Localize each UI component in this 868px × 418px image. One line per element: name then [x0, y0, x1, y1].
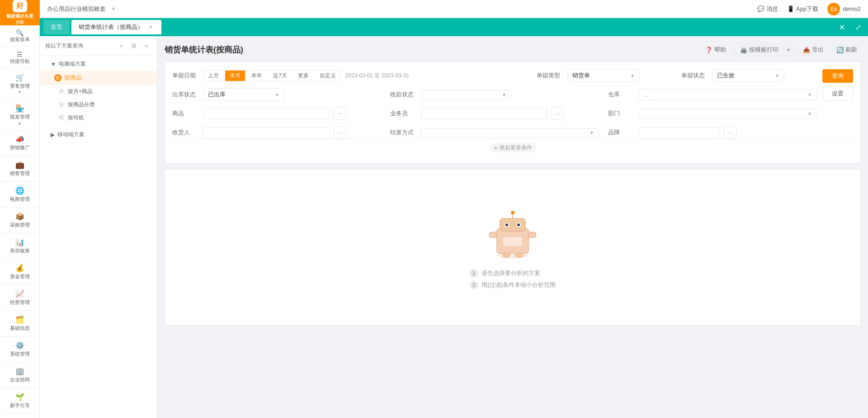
brand-input[interactable] [639, 127, 720, 138]
plan-group-desktop-title[interactable]: ▼ 电脑端方案 [40, 57, 157, 71]
panel-collapse-btn[interactable]: « [142, 41, 151, 51]
brand-dots-btn[interactable]: ··· [724, 126, 736, 139]
doc-type-value: 销货单 [572, 71, 627, 80]
salesperson-input[interactable] [421, 108, 547, 119]
mobile-group-label: 移动端方案 [57, 131, 85, 138]
date-tab-custom[interactable]: 自定义 [315, 71, 340, 81]
consignee-input[interactable] [203, 127, 330, 138]
messages-label: 消息 [766, 5, 778, 13]
salesperson-dots-btn[interactable]: ··· [551, 107, 564, 120]
month-goods-icon: 月 [58, 88, 65, 95]
goods-input[interactable] [203, 108, 330, 119]
tab-home[interactable]: 首页 [43, 20, 70, 34]
sidebar-search[interactable]: 🔍 搜索菜单 [0, 25, 39, 47]
date-tabs: 上月 本月 本年 近7天 更多 自定义 [203, 70, 341, 81]
settings-btn[interactable]: 设置 [822, 86, 853, 101]
print-template-btn[interactable]: 🖨️ 按模板打印 [736, 44, 783, 56]
add-plan-btn[interactable]: + [116, 41, 126, 51]
breadcrumb-dropdown-icon[interactable]: ▼ [111, 6, 116, 11]
query-btn[interactable]: 查询 [822, 69, 853, 83]
empty-state: 1 请先选择要分析的方案 2 用[过滤]条件来缩小分析范围 [165, 169, 861, 326]
sidebar-quick-nav[interactable]: ☰ 快捷导航 [0, 47, 39, 69]
out-status-control: 已出库 ▼ [203, 88, 381, 101]
plan-subitem-driver[interactable]: 司 按司机 [40, 111, 157, 124]
filter-row-2: 出库状态 已出库 ▼ 收款状态 [172, 88, 817, 101]
plan-item-label-goods: 按商品 [64, 74, 82, 82]
filter-goods-field: 商品 ··· [172, 107, 381, 120]
sidebar-item-marketing[interactable]: 📣 营销推广 [0, 130, 39, 156]
messages-btn[interactable]: 💬 消息 [757, 5, 778, 13]
refresh-btn[interactable]: 🔄 刷新 [833, 44, 861, 56]
app-logo[interactable]: 好 畅捷通好生意 标版 [0, 0, 40, 25]
system-label: 系统管理 [10, 351, 30, 357]
plan-subitem-label-1: 按月+商品 [68, 88, 93, 95]
sidebar-item-sales[interactable]: 💼 销售管理 [0, 156, 39, 182]
export-btn[interactable]: 📤 导出 [799, 44, 827, 56]
enterprise-icon: 🏢 [15, 367, 24, 375]
department-label: 部门 [608, 109, 635, 118]
sidebar-item-finance[interactable]: 💰 资金管理 [0, 259, 39, 285]
settlement-select[interactable]: ▼ [421, 128, 599, 138]
tab-expand-btn[interactable]: ⤢ [852, 21, 864, 33]
collapse-filter-btn[interactable]: ∧ 收起更多条件 [489, 143, 537, 152]
settings-icon: ⚙ [131, 42, 137, 49]
sidebar-item-inventory[interactable]: 📊 库存核算 [0, 233, 39, 259]
print-icon: 🖨️ [740, 47, 747, 53]
plan-subitem-goods-category[interactable]: 分 按商品分类 [40, 98, 157, 111]
svg-rect-13 [515, 253, 523, 257]
date-tab-last-month[interactable]: 上月 [203, 71, 223, 81]
left-panel: 按以下方案查询 + ⚙ « ▼ 电脑端方案 [40, 36, 157, 418]
finance-icon: 💰 [15, 264, 24, 272]
date-tab-more[interactable]: 更多 [293, 71, 313, 81]
plan-settings-btn[interactable]: ⚙ [129, 41, 139, 51]
basic-label: 基础信息 [10, 325, 30, 332]
salesperson-control: ··· [421, 107, 599, 120]
collapse-text: 收起更多条件 [500, 144, 532, 152]
user-profile[interactable]: Ea demo2 [827, 3, 861, 15]
doc-status-select[interactable]: 已生效 ▼ [712, 69, 784, 82]
help-btn[interactable]: ❓ 帮助 [702, 44, 730, 56]
sidebar-item-retail[interactable]: 🛒 零售管理 ▼ [0, 69, 39, 100]
plan-dot-icon: 按 [54, 74, 61, 81]
out-status-select[interactable]: 已出库 ▼ [203, 88, 284, 101]
filter-out-status-field: 出库状态 已出库 ▼ [172, 88, 381, 101]
app-download-btn[interactable]: 📱 App下载 [787, 5, 818, 13]
page-header: 销货单统计表(按商品) ❓ 帮助 🖨️ 按模板打印 ▼ 📤 [165, 43, 861, 56]
doc-status-label: 单据状态 [681, 71, 708, 80]
sidebar-item-appstore[interactable]: 🔧 应用中心 [0, 414, 39, 418]
date-tab-7days[interactable]: 近7天 [269, 71, 292, 81]
tab-close-all-btn[interactable]: ✕ [835, 21, 848, 33]
tab-active[interactable]: 销货单统计表（按商品） × [71, 20, 161, 34]
plan-group-mobile-title[interactable]: ▶ 移动端方案 [40, 128, 157, 141]
sidebar-item-newbie[interactable]: 🌱 新手引导 [0, 388, 39, 414]
print-dropdown-btn[interactable]: ▼ [783, 46, 793, 54]
sidebar-item-operation[interactable]: 📈 经营管理 [0, 285, 39, 311]
refresh-label: 刷新 [845, 46, 857, 54]
sidebar-item-wholesale[interactable]: 🏪 批发管理 ▲ [0, 100, 39, 130]
breadcrumb-text: 办公用品行业模拟账套 [47, 5, 106, 13]
sidebar-item-enterprise[interactable]: 🏢 企业协同 [0, 362, 39, 388]
sidebar-item-purchase[interactable]: 📦 采购管理 [0, 208, 39, 233]
date-tab-this-month[interactable]: 本月 [225, 71, 245, 81]
goods-dots-btn[interactable]: ··· [333, 107, 346, 120]
sidebar-item-ecommerce[interactable]: 🌐 电商管理 [0, 182, 39, 208]
plan-subitem-month-goods[interactable]: 月 按月+商品 [40, 85, 157, 98]
doc-type-select[interactable]: 销货单 ▼ [567, 69, 640, 82]
filter-doc-type-field: 单据类型 销货单 ▼ [537, 69, 672, 82]
plan-item-by-goods[interactable]: 按 按商品 [40, 71, 157, 85]
warehouse-select[interactable]: ... ▼ [639, 89, 817, 100]
filter-date-field: 单据日期 上月 本月 本年 近7天 更多 自定义 [172, 70, 528, 81]
export-icon: 📤 [803, 47, 810, 53]
tab-close-btn[interactable]: × [147, 24, 154, 31]
sidebar-item-basic[interactable]: 🗂️ 基础信息 [0, 311, 39, 337]
department-select[interactable]: ▼ [639, 109, 817, 119]
tip-1-text: 请先选择要分析的方案 [481, 269, 540, 277]
date-tab-this-year[interactable]: 本年 [247, 71, 267, 81]
sidebar-item-system[interactable]: ⚙️ 系统管理 [0, 337, 39, 362]
warehouse-label: 仓库 [608, 90, 635, 99]
consignee-dots-btn[interactable]: ··· [333, 126, 346, 139]
app-name: 畅捷通好生意 [6, 13, 33, 19]
out-status-label: 出库状态 [172, 90, 199, 99]
goods-category-icon: 分 [58, 101, 65, 109]
payment-status-select[interactable]: ▼ [421, 90, 511, 100]
